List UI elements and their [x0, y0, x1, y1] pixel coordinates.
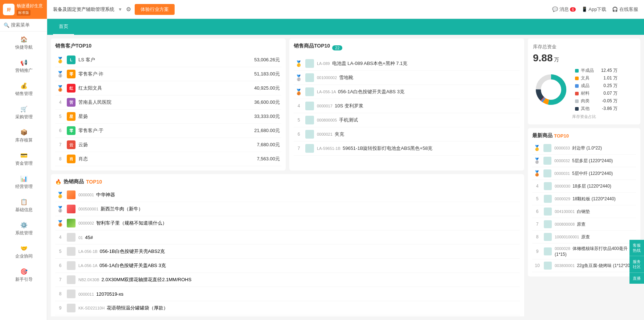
sidebar-logo: 好 畅捷通好生意 标准版 [0, 0, 47, 19]
legend-dot-other [575, 107, 579, 111]
sidebar-item-label: 新手引导 [15, 276, 33, 283]
sidebar-item-guide[interactable]: 🎯 新手引导 [0, 264, 47, 287]
inventory-amount: 9.88 [533, 52, 553, 63]
home-tab[interactable]: 首页 [53, 19, 74, 35]
hot-product-info: 0000011 12070519-xs [78, 291, 123, 297]
rank-number: 9 [57, 305, 64, 311]
message-area[interactable]: 💬 消息 6 [552, 6, 576, 13]
rank-number: 9 [534, 249, 541, 254]
sidebar-search[interactable]: 🔍 搜索菜单 [0, 19, 47, 32]
purchase-icon: 🛒 [20, 106, 28, 112]
customer-amount: 51,183.00元 [254, 71, 280, 77]
medal-icon: 🥈 [57, 71, 64, 78]
customer-ranking-list: 🥇 L LS 客户 53,006.26元 🥈 零 零售客户·许 51,183.0… [55, 53, 281, 166]
rank-number: 5 [534, 196, 541, 201]
medal-icon: 🥉 [57, 85, 64, 92]
legend-item-meat: 肉类 -0.05 万 [575, 98, 617, 104]
message-icon: 💬 [552, 7, 558, 12]
sidebar-item-label: 企业协同 [15, 253, 33, 259]
legend-dot-meat [575, 99, 579, 103]
app-download[interactable]: 📱 App下载 [582, 6, 606, 13]
customer-ranking-title: 销售客户TOP10 [55, 43, 281, 49]
collab-icon: 🤝 [20, 245, 28, 252]
new-product-row: 10 003800001 22g鱼豆腐-烧烤味 (1*12*20) [532, 259, 636, 272]
phone-icon: 📱 [582, 7, 587, 12]
hot-product-row: 6 LA-056-1A 056-1A白色按键开关盖ABS 3克 [55, 259, 520, 273]
medal-icon: 🥉 [534, 170, 541, 177]
live-btn[interactable]: 直播 [629, 273, 644, 284]
product-rank-row: 7 LA-59651-1B 59651-1B旋转投影灯电池盒ABS黑色+58克 [294, 141, 520, 156]
rank-number: 4 [57, 100, 64, 105]
np-info: 0000031 5层中纤 (1220*2440) [554, 171, 635, 177]
sidebar-item-home[interactable]: 🏠 快捷导航 [0, 32, 47, 55]
hot-product-info: 0000002 智利车子里（规格不知道填什么） [78, 220, 167, 226]
topbar: 装备及固定资产辅助管理系统 ▼ ⚙ 体验行业方案 💬 消息 6 📱 App下载 … [47, 0, 644, 19]
medal-icon: 🥈 [534, 157, 541, 164]
sidebar-item-finance[interactable]: 💳 资金管理 [0, 148, 47, 171]
sidebar-item-collab[interactable]: 🤝 企业协同 [0, 241, 47, 264]
hot-product-info: 01 45# [78, 235, 93, 240]
settings-icon[interactable]: ⚙ [126, 6, 131, 13]
np-info: 10000100001 原查 [555, 234, 635, 240]
np-img [544, 182, 552, 190]
new-product-row: 9 0000028 体橄榄核味苏打饮品400毫升 (1*15) [532, 243, 636, 259]
sidebar-item-system[interactable]: ⚙️ 系统管理 [0, 217, 47, 241]
np-info: 000800008 原查 [555, 221, 635, 227]
hot-product-img [67, 190, 76, 199]
inventory-total: 9.88 万 [533, 52, 635, 64]
customer-service-btn[interactable]: 客服热线 [629, 240, 644, 257]
legend-item-semi: 半成品 12.45 万 [575, 67, 617, 74]
hot-product-info: NB2.0X30B 2.0X30MM双摆花轴摆花直径2.1MM/ROHS [78, 276, 191, 283]
online-service[interactable]: 🎧 在线客服 [612, 6, 638, 13]
main-content: 装备及固定资产辅助管理系统 ▼ ⚙ 体验行业方案 💬 消息 6 📱 App下载 … [47, 0, 644, 320]
customer-avatar: 肖 [67, 155, 76, 163]
message-badge: 6 [570, 7, 576, 12]
legend-name-other: 其他 [581, 106, 595, 112]
sidebar-item-label: 营销推广 [15, 67, 33, 74]
customer-rank-row: 🥈 零 零售客户·许 51,183.00元 [55, 67, 281, 81]
inventory-card: 库存总资金 9.88 万 [528, 38, 640, 124]
sidebar-item-marketing[interactable]: 📢 营销推广 [0, 55, 47, 78]
sidebar-item-inventory[interactable]: 📦 库存核算 [0, 124, 47, 148]
inventory-legend: 半成品 12.45 万 文具 1.01 万 成品 0.25 万 [575, 67, 617, 112]
service-community-btn[interactable]: 服务社区 [629, 256, 644, 273]
sidebar-item-basics[interactable]: 📋 基础信息 [0, 194, 47, 217]
new-product-row: 8 10000100001 原查 [532, 231, 636, 243]
rank-number: 6 [57, 263, 64, 268]
customer-avatar: 苦 [67, 98, 76, 107]
medal-icon: 🥇 [295, 60, 302, 67]
hot-product-img [67, 205, 76, 213]
hot-products-card: 🔥 热销商品 TOP10 🥇 0000001 中华神器 🥈 000500001 … [51, 174, 524, 316]
rank-number: 7 [534, 222, 541, 227]
system-name: 装备及固定资产辅助管理系统 [53, 6, 114, 13]
content-nav: 首页 [47, 19, 644, 35]
new-product-row: 5 0000029 18颗粒板 (1220*2440) [532, 193, 636, 205]
customer-rank-row: 🥇 L LS 客户 53,006.26元 [55, 53, 281, 67]
system-icon: ⚙️ [20, 222, 28, 229]
np-img [544, 220, 552, 228]
product-name: 001000002 雪地靴 [317, 74, 518, 81]
new-product-row: 🥈 0000032 5层多层 (1220*2440) [532, 155, 636, 167]
trial-button[interactable]: 体验行业方案 [135, 4, 175, 15]
np-img [543, 144, 551, 152]
legend-item-other: 其他 -3.86 万 [575, 106, 617, 112]
sidebar-item-operations[interactable]: 📊 经营管理 [0, 171, 47, 194]
legend-val-material: 0.07 万 [598, 90, 617, 97]
customer-ranking-card: 销售客户TOP10 🥇 L LS 客户 53,006.26元 🥈 零 零售客户·… [51, 38, 286, 171]
medal-icon: 🥈 [295, 74, 302, 81]
hot-product-row: 4 01 45# [55, 230, 520, 245]
sidebar-item-label: 快捷导航 [15, 44, 33, 50]
inventory-icon: 📦 [20, 129, 28, 136]
sidebar-item-sales[interactable]: 💰 销售管理 [0, 78, 47, 101]
dropdown-arrow-icon[interactable]: ▼ [118, 7, 122, 12]
customer-amount: 7,680.00元 [257, 141, 280, 148]
legend-val-semi: 12.45 万 [598, 67, 617, 74]
new-products-top10: TOP10 [554, 133, 569, 139]
product-name: LA-089 电池盖 LA-089 ABS本色+黑种 7.1克 [317, 60, 518, 67]
message-label: 消息 [559, 7, 569, 12]
customer-avatar: 零 [67, 70, 76, 78]
guide-icon: 🎯 [20, 268, 28, 275]
sidebar-nav: 🏠 快捷导航 📢 营销推广 💰 销售管理 🛒 采购管理 📦 库存核算 💳 资金管… [0, 32, 47, 320]
hot-product-img [67, 304, 76, 312]
sidebar-item-purchase[interactable]: 🛒 采购管理 [0, 101, 47, 124]
